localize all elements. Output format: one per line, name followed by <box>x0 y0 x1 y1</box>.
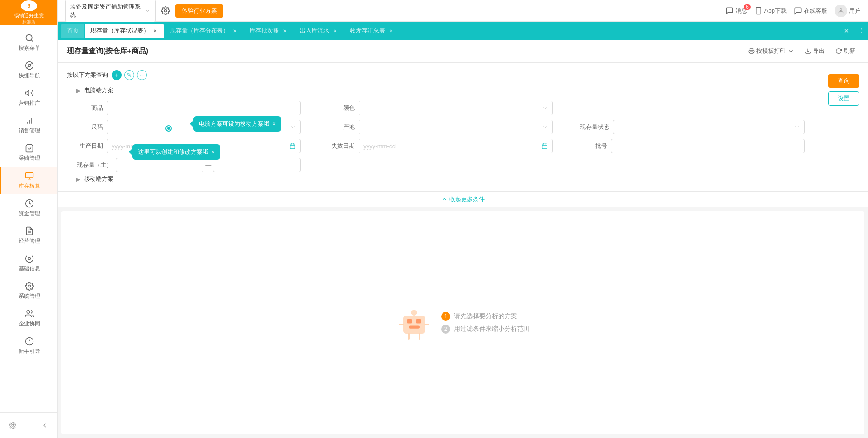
color-field: 颜色 <box>328 101 552 115</box>
origin-select[interactable] <box>359 120 552 134</box>
tab-close-all[interactable]: ✕ <box>841 25 852 36</box>
tab-expand[interactable]: ⛶ <box>854 25 864 36</box>
batch-input[interactable] <box>611 139 805 153</box>
print-btn[interactable]: 按模板打印 <box>745 45 797 57</box>
filter-header: 按以下方案查询 + ✎ ← 电脑方案可设为移动方案哦 × <box>67 70 859 80</box>
scheme-desktop[interactable]: ▶ 电脑端方案 <box>76 85 859 95</box>
logo-icon: 6 <box>21 0 37 11</box>
sidebar-item-search[interactable]: 搜索菜单 <box>0 29 57 57</box>
tab-batch-label: 库存批次账 <box>250 27 279 35</box>
user-label: 用户 <box>849 7 861 15</box>
logo-subtitle: 标准版 <box>22 19 36 25</box>
goods-input[interactable]: ··· <box>107 101 301 115</box>
tab-stock-status-close[interactable]: ✕ <box>152 28 158 34</box>
sidebar-item-inventory[interactable]: 库存核算 <box>0 167 57 194</box>
tab-inout-flow[interactable]: 出入库流水 ✕ <box>294 24 344 38</box>
sidebar-label-finance: 资金管理 <box>19 210 40 217</box>
settings-footer-btn[interactable] <box>5 418 20 433</box>
svg-line-3 <box>31 40 33 42</box>
svg-point-18 <box>27 311 30 314</box>
collapse-button[interactable]: 收起更多条件 <box>441 195 485 203</box>
tooltip1-close[interactable]: × <box>272 120 276 127</box>
stock-range-min[interactable] <box>116 158 203 172</box>
refresh-label: 刷新 <box>844 47 855 55</box>
filter-form-row2: 尺码 产地 现存量状态 <box>67 120 859 134</box>
sidebar-label-marketing: 营销推广 <box>19 99 40 107</box>
sidebar-item-marketing[interactable]: 营销推广 <box>0 84 57 112</box>
filter-form-row1: 商品 ··· 颜色 <box>67 101 859 115</box>
tip-text-1: 请先选择要分析的方案 <box>454 312 517 320</box>
tab-batch-close[interactable]: ✕ <box>282 28 288 34</box>
scheme-desktop-label: 电脑端方案 <box>84 86 113 94</box>
user-action[interactable]: 用户 <box>835 5 861 17</box>
color-select[interactable] <box>359 101 552 115</box>
sidebar-label-operations: 经营管理 <box>19 237 40 245</box>
edit-scheme-btn[interactable]: ✎ <box>124 70 134 80</box>
goods-dots[interactable]: ··· <box>290 104 296 112</box>
svg-rect-27 <box>750 52 753 54</box>
scheme-mobile[interactable]: ▶ 移动端方案 <box>76 174 859 184</box>
empty-icon <box>396 305 432 341</box>
mfg-date-label: 生产日期 <box>76 142 103 150</box>
svg-point-26 <box>840 8 842 10</box>
exp-date-field: 失效日期 yyyy-mm-dd <box>328 139 552 153</box>
app-download-label: App下载 <box>764 7 787 15</box>
reset-button[interactable]: 设置 <box>828 91 859 106</box>
tip-num-2: 2 <box>441 325 450 334</box>
tab-stock-distribution[interactable]: 现存量（库存分布表） ✕ <box>165 24 243 38</box>
tab-stock-dist-close[interactable]: ✕ <box>231 28 238 34</box>
sidebar-item-operations[interactable]: 经营管理 <box>0 222 57 250</box>
origin-label: 产地 <box>328 123 355 131</box>
experience-button[interactable]: 体验行业方案 <box>175 4 223 18</box>
sidebar-item-purchase[interactable]: 采购管理 <box>0 139 57 167</box>
export-btn[interactable]: 导出 <box>801 45 828 57</box>
sidebar: 6 畅销通好生意 标准版 搜索菜单 快捷导航 营销推广 销售管理 采购管理 库存… <box>0 0 58 438</box>
add-scheme-btn[interactable]: + <box>112 70 122 80</box>
tab-summary[interactable]: 收发存汇总表 ✕ <box>344 24 400 38</box>
svg-point-41 <box>411 310 417 316</box>
sidebar-item-basic[interactable]: 基础信息 <box>0 250 57 277</box>
search-button[interactable]: 查询 <box>828 74 859 88</box>
exp-date-input[interactable]: yyyy-mm-dd <box>359 139 552 153</box>
stock-range-max[interactable] <box>213 158 301 172</box>
tab-home[interactable]: 首页 <box>61 24 84 38</box>
origin-field: 产地 <box>328 120 552 134</box>
stock-range-sep: — <box>205 162 211 169</box>
svg-rect-38 <box>407 319 412 324</box>
page-title: 现存量查询(按仓库+商品) <box>67 47 148 56</box>
sidebar-nav: 搜索菜单 快捷导航 营销推广 销售管理 采购管理 库存核算 资金管理 经营管理 <box>0 25 57 412</box>
sidebar-item-guide[interactable]: 新手引导 <box>0 332 57 360</box>
empty-tips: 1 请先选择要分析的方案 2 用过滤条件来缩小分析范围 <box>441 312 530 334</box>
tab-stock-status-label: 现存量（库存状况表） <box>90 27 149 35</box>
sidebar-item-sales[interactable]: 销售管理 <box>0 112 57 139</box>
sidebar-item-enterprise[interactable]: 企业协同 <box>0 305 57 332</box>
tab-inout-close[interactable]: ✕ <box>332 28 338 34</box>
page-actions: 按模板打印 导出 刷新 <box>745 45 859 57</box>
tab-batch-ledger[interactable]: 库存批次账 ✕ <box>244 24 293 38</box>
sidebar-item-nav[interactable]: 快捷导航 <box>0 57 57 84</box>
tooltip2-text: 这里可以创建和修改方案哦 <box>138 148 208 156</box>
back-scheme-btn[interactable]: ← <box>137 70 147 80</box>
page-header: 现存量查询(按仓库+商品) 按模板打印 导出 刷新 <box>58 40 868 63</box>
svg-marker-5 <box>28 64 31 67</box>
tab-summary-close[interactable]: ✕ <box>388 28 394 34</box>
app-download-action[interactable]: App下载 <box>755 7 787 15</box>
collapse-sidebar-btn[interactable] <box>38 418 52 433</box>
stock-status-field: 现存量状态 <box>580 120 805 134</box>
system-selector[interactable]: 装备及固定资产辅助管理系统 <box>65 0 156 22</box>
tab-stock-dist-label: 现存量（库存分布表） <box>170 27 229 35</box>
content-area: 现存量查询(按仓库+商品) 按模板打印 导出 刷新 <box>58 40 868 438</box>
messages-action[interactable]: 消息 6 <box>726 7 747 15</box>
messages-badge: 6 <box>744 4 751 10</box>
sidebar-item-finance[interactable]: 资金管理 <box>0 194 57 222</box>
filter-area: 按以下方案查询 + ✎ ← 电脑方案可设为移动方案哦 × ▶ 电脑端方案 <box>58 63 868 192</box>
tooltip2-close[interactable]: × <box>211 148 215 155</box>
online-service-action[interactable]: 在线客服 <box>794 7 827 15</box>
system-settings-icon[interactable] <box>161 6 170 15</box>
tab-stock-status[interactable]: 现存量（库存状况表） ✕ <box>85 24 164 38</box>
refresh-btn[interactable]: 刷新 <box>832 45 859 57</box>
stock-status-select[interactable] <box>613 120 805 134</box>
sidebar-item-system[interactable]: 系统管理 <box>0 277 57 305</box>
tab-summary-label: 收发存汇总表 <box>350 27 385 35</box>
sidebar-label-search: 搜索菜单 <box>19 44 40 52</box>
